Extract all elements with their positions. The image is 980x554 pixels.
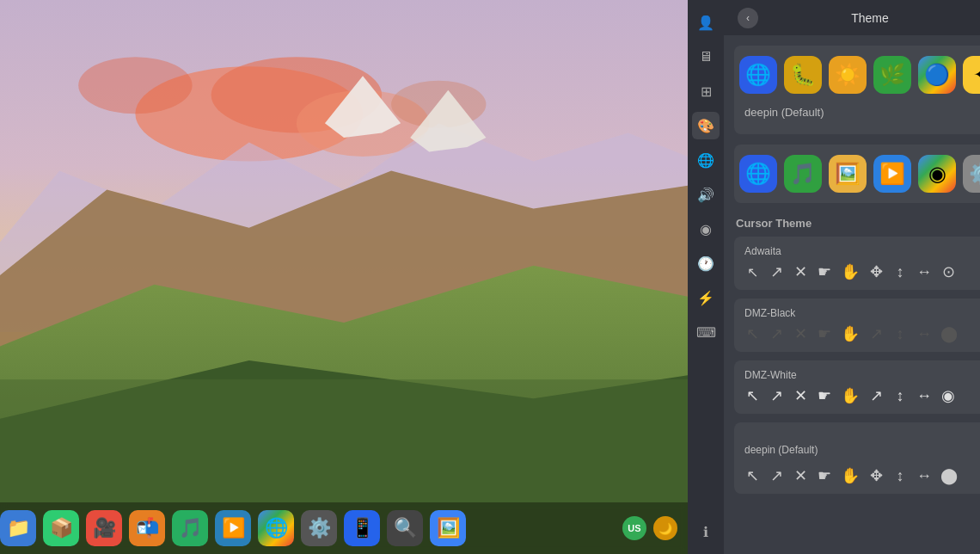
cursor-move-d: ✥ xyxy=(868,466,884,485)
cursor-hand: ↗ xyxy=(769,262,784,281)
taskbar-mail[interactable]: 📬 xyxy=(129,510,165,546)
sidebar-item-info[interactable]: ℹ xyxy=(692,518,720,545)
theme-icon-sun: ✦ xyxy=(963,56,980,94)
desktop: 📁 📦 🎥 📬 🎵 ▶️ 🌐 ⚙️ 📱 🔍 🖼️ US 🌙 xyxy=(0,0,688,554)
back-button[interactable]: ‹ xyxy=(738,8,758,28)
theme-icon-alt-video: ▶️ xyxy=(873,155,911,193)
icon-theme-card-alt[interactable]: 🌐 🎵 🖼️ ▶️ ◉ ⚙️ xyxy=(734,145,980,203)
cursor-wait: ⊙ xyxy=(940,262,956,281)
sidebar-item-personalize[interactable]: 🎨 xyxy=(692,112,720,139)
settings-sidebar: 👤 🖥 ⊞ 🎨 🌐 🔊 ◉ 🕐 ⚡ ⌨ ℹ xyxy=(688,0,724,554)
cursor-move: ✥ xyxy=(868,262,884,281)
panel-title: Theme xyxy=(769,11,971,25)
sidebar-item-display[interactable]: 🖥 xyxy=(692,43,720,71)
cursor-pointer-w: ☛ xyxy=(817,386,832,405)
sidebar-item-bluetooth[interactable]: ◉ xyxy=(692,215,720,243)
cursor-pointer-b: ☛ xyxy=(817,324,832,343)
taskbar-file-manager[interactable]: 📁 xyxy=(0,510,36,546)
theme-icon-alt-globe: 🌐 xyxy=(739,155,777,193)
cursor-theme-adwaita[interactable]: Adwaita ↖ ↗ ✕ ☛ ✋ ✥ ↕ ↔ ⊙ xyxy=(734,237,980,290)
taskbar-music[interactable]: 🎵 xyxy=(172,510,208,546)
cursor-resize-h-w: ↔ xyxy=(916,387,932,405)
cursor-cross-b: ✕ xyxy=(793,324,808,343)
theme-icon-globe: 🌐 xyxy=(739,56,777,94)
cursor-open-hand-d: ✋ xyxy=(841,466,860,485)
cursor-arrow-w: ↖ xyxy=(744,386,760,405)
taskbar-app-store[interactable]: 📦 xyxy=(43,510,79,546)
cursor-icons-adwaita: ↖ ↗ ✕ ☛ ✋ ✥ ↕ ↔ ⊙ xyxy=(744,262,980,281)
clock-widget[interactable]: 🌙 xyxy=(653,516,677,540)
cursor-diag-w: ↗ xyxy=(868,386,884,405)
taskbar-camera[interactable]: 🎥 xyxy=(86,510,122,546)
cursor-hand-w: ↗ xyxy=(769,386,784,405)
cursor-open-hand-b: ✋ xyxy=(841,324,860,343)
cursor-pointer-d: ☛ xyxy=(817,466,832,485)
svg-point-4 xyxy=(78,57,192,114)
panel-header: ‹ Theme xyxy=(724,0,980,35)
cursor-wait-b: ⬤ xyxy=(940,324,958,343)
icon-theme-icons-row-alt: 🌐 🎵 🖼️ ▶️ ◉ ⚙️ xyxy=(744,155,980,193)
sidebar-item-default-apps[interactable]: ⊞ xyxy=(692,77,720,105)
sidebar-item-time[interactable]: 🕐 xyxy=(692,249,720,277)
cursor-resize-v: ↕ xyxy=(892,263,908,281)
cursor-deepin-label-row: deepin (Default) ✓ xyxy=(744,438,980,461)
icon-theme-card-default[interactable]: 🌐 🐛 ☀️ 🌿 🔵 ✦ deepin (Default) ✓ xyxy=(734,46,980,134)
cursor-theme-dmz-white[interactable]: DMZ-White ↖ ↗ ✕ ☛ ✋ ↗ ↕ ↔ ◉ xyxy=(734,360,980,414)
taskbar-search[interactable]: 🔍 xyxy=(387,510,423,546)
cursor-name-dmz-white: DMZ-White xyxy=(744,369,980,381)
theme-icon-bug: 🐛 xyxy=(784,56,822,94)
cursor-icons-dmz-white: ↖ ↗ ✕ ☛ ✋ ↗ ↕ ↔ ◉ xyxy=(744,386,980,405)
cursor-pointer: ☛ xyxy=(817,262,832,281)
cursor-arrow: ↖ xyxy=(744,264,760,280)
theme-label-default: deepin (Default) xyxy=(744,106,824,119)
cursor-wait-w: ◉ xyxy=(940,386,956,405)
theme-icon-alt-settings: ⚙️ xyxy=(963,155,980,193)
cursor-cross-w: ✕ xyxy=(793,386,808,405)
cursor-section-title: Cursor Theme xyxy=(734,217,980,230)
cursor-resize-h-d: ↔ xyxy=(916,467,932,485)
taskbar-system-tray: US 🌙 xyxy=(622,516,688,540)
panel-content: 🌐 🐛 ☀️ 🌿 🔵 ✦ deepin (Default) ✓ 🌐 🎵 🖼️ ▶… xyxy=(724,35,980,554)
taskbar-chrome[interactable]: 🌐 xyxy=(258,510,294,546)
theme-icon-alt-chrome: ◉ xyxy=(918,155,956,193)
sidebar-item-keyboard[interactable]: ⌨ xyxy=(692,318,720,346)
cursor-theme-dmz-black[interactable]: DMZ-Black ↖ ↗ ✕ ☛ ✋ ↗ ↕ ↔ ⬤ xyxy=(734,299,980,352)
cursor-hand-d: ↗ xyxy=(769,466,784,485)
cursor-resize-h-b: ↔ xyxy=(916,325,932,343)
theme-panel: ‹ Theme 🌐 🐛 ☀️ 🌿 🔵 ✦ deepin (Default) ✓ … xyxy=(724,0,980,554)
cursor-icons-dmz-black: ↖ ↗ ✕ ☛ ✋ ↗ ↕ ↔ ⬤ xyxy=(744,324,980,343)
theme-icon-chrome: 🔵 xyxy=(918,56,956,94)
cursor-wait-d: ⬤ xyxy=(940,466,958,485)
theme-icon-alt-gallery: 🖼️ xyxy=(829,155,867,193)
icon-theme-icons-row: 🌐 🐛 ☀️ 🌿 🔵 ✦ xyxy=(744,56,980,94)
cursor-arrow-b: ↖ xyxy=(744,324,760,343)
sidebar-item-power[interactable]: ⚡ xyxy=(692,284,720,311)
taskbar-settings[interactable]: ⚙️ xyxy=(301,510,337,546)
sidebar-item-network[interactable]: 🌐 xyxy=(692,146,720,174)
taskbar-video[interactable]: ▶️ xyxy=(215,510,251,546)
taskbar-deepin-app[interactable]: 📱 xyxy=(344,510,380,546)
cursor-open-hand: ✋ xyxy=(841,262,860,281)
theme-label-row-default: deepin (Default) ✓ xyxy=(744,101,980,124)
sidebar-item-sound[interactable]: 🔊 xyxy=(692,181,720,208)
cursor-cross: ✕ xyxy=(793,262,808,281)
cursor-hand-b: ↗ xyxy=(769,324,784,343)
cursor-resize-h: ↔ xyxy=(916,263,932,281)
taskbar: 📁 📦 🎥 📬 🎵 ▶️ 🌐 ⚙️ 📱 🔍 🖼️ US 🌙 xyxy=(0,502,688,554)
cursor-icons-deepin: ↖ ↗ ✕ ☛ ✋ ✥ ↕ ↔ ⬤ xyxy=(744,466,980,485)
taskbar-gallery[interactable]: 🖼️ xyxy=(430,510,466,546)
cursor-resize-v-d: ↕ xyxy=(892,467,908,485)
cursor-name-deepin: deepin (Default) xyxy=(744,444,818,456)
cursor-arrow-d: ↖ xyxy=(744,466,760,485)
cursor-resize-v-b: ↕ xyxy=(892,325,908,343)
locale-indicator[interactable]: US xyxy=(622,516,646,540)
theme-icon-gear: ☀️ xyxy=(829,56,867,94)
cursor-resize-v-w: ↕ xyxy=(892,387,908,405)
cursor-name-dmz-black: DMZ-Black xyxy=(744,307,980,319)
theme-icon-alt-music: 🎵 xyxy=(784,155,822,193)
cursor-cross-d: ✕ xyxy=(793,466,808,485)
cursor-theme-deepin[interactable]: deepin (Default) ✓ ↖ ↗ ✕ ☛ ✋ ✥ ↕ ↔ ⬤ xyxy=(734,422,980,494)
cursor-name-adwaita: Adwaita xyxy=(744,245,980,257)
cursor-diag-b: ↗ xyxy=(868,324,884,343)
sidebar-item-user[interactable]: 👤 xyxy=(692,9,720,36)
